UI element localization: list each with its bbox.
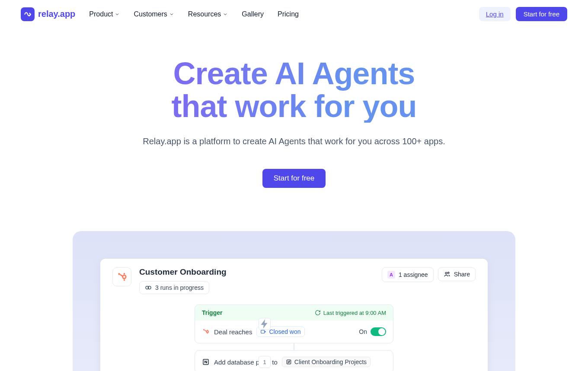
chevron-down-icon	[169, 12, 174, 17]
logo[interactable]: relay.app	[21, 7, 75, 21]
trigger-toggle[interactable]	[371, 327, 386, 336]
deal-reaches-text: Deal reaches	[214, 328, 252, 336]
toggle-label: On	[359, 328, 367, 335]
trigger-row: Trigger Last triggered at 9:00 AM Deal r…	[195, 304, 393, 343]
svg-point-3	[118, 273, 120, 275]
svg-rect-16	[261, 330, 265, 333]
connector-line	[294, 343, 294, 350]
svg-line-13	[205, 330, 207, 331]
demo-header: Customer Onboarding 3 runs in progress A…	[112, 267, 476, 294]
trigger-toggle-wrap: On	[359, 327, 386, 336]
share-text: Share	[454, 271, 470, 278]
svg-point-0	[123, 275, 126, 279]
trigger-time-text: Last triggered at 9:00 AM	[323, 310, 386, 316]
trigger-card[interactable]: Trigger Last triggered at 9:00 AM Deal r…	[195, 304, 393, 343]
assignee-count: 1 assignee	[399, 271, 428, 278]
nav-customers-label: Customers	[134, 10, 167, 18]
svg-point-12	[203, 329, 205, 330]
header-actions: Log in Start for free	[479, 7, 567, 21]
trigger-label: Trigger	[202, 309, 222, 316]
closed-won-text: Closed won	[269, 328, 300, 335]
nav-customers[interactable]: Customers	[134, 10, 174, 18]
logo-icon	[21, 7, 35, 21]
svg-point-2	[124, 279, 125, 281]
runs-in-progress-chip[interactable]: 3 runs in progress	[139, 281, 209, 294]
bolt-icon	[259, 318, 270, 330]
assignee-badge: A	[387, 271, 395, 279]
demo-title-wrap: Customer Onboarding 3 runs in progress	[139, 267, 374, 294]
hubspot-small-icon	[202, 328, 210, 336]
site-header: relay.app Product Customers Resources Ga…	[0, 0, 588, 28]
notion-icon	[202, 358, 210, 366]
login-button[interactable]: Log in	[479, 7, 511, 21]
nav-gallery[interactable]: Gallery	[242, 10, 264, 18]
chevron-down-icon	[115, 12, 120, 17]
main-nav: Product Customers Resources Gallery Pric…	[89, 10, 299, 18]
start-free-hero-button[interactable]: Start for free	[262, 169, 326, 188]
assignee-chip[interactable]: A 1 assignee	[382, 267, 434, 282]
nav-product-label: Product	[89, 10, 113, 18]
refresh-icon	[315, 310, 321, 316]
hero-title-line1: Create AI Agents	[173, 56, 415, 91]
notion-small-icon	[286, 359, 292, 365]
nav-resources-label: Resources	[188, 10, 221, 18]
share-chip[interactable]: Share	[438, 267, 476, 281]
nav-resources[interactable]: Resources	[188, 10, 228, 18]
nav-pricing[interactable]: Pricing	[278, 10, 299, 18]
trigger-body: Deal reaches Closed won On	[195, 320, 393, 343]
demo-title: Customer Onboarding	[139, 267, 374, 277]
trigger-header: Trigger Last triggered at 9:00 AM	[195, 305, 393, 320]
trigger-index-icon	[259, 318, 271, 330]
demo-card: Customer Onboarding 3 runs in progress A…	[100, 259, 488, 371]
svg-point-1	[124, 273, 125, 274]
demo-header-actions: A 1 assignee Share	[382, 267, 476, 282]
people-icon	[444, 271, 451, 278]
demo-container: Customer Onboarding 3 runs in progress A…	[73, 231, 515, 371]
start-free-header-button[interactable]: Start for free	[516, 7, 567, 21]
step1-row: 1 Add database page to Client Onboarding…	[195, 350, 393, 371]
notion-target-text: Client Onboarding Projects	[294, 358, 367, 365]
hero-section: Create AI Agents that work for you Relay…	[0, 28, 588, 205]
svg-line-6	[120, 275, 123, 276]
runs-icon	[145, 284, 152, 291]
notion-target-chip: Client Onboarding Projects	[282, 357, 371, 367]
nav-product[interactable]: Product	[89, 10, 120, 18]
svg-point-10	[447, 272, 449, 273]
hero-title: Create AI Agents that work for you	[9, 57, 579, 123]
nav-pricing-label: Pricing	[278, 10, 299, 18]
hubspot-icon	[112, 267, 131, 286]
svg-point-11	[207, 331, 209, 333]
hero-title-line2: that work for you	[171, 89, 416, 124]
runs-text: 3 runs in progress	[155, 284, 204, 291]
step1-index: 1	[259, 356, 271, 368]
step1-body: Add database page to Client Onboarding P…	[195, 351, 393, 371]
trigger-time: Last triggered at 9:00 AM	[315, 310, 386, 316]
step1-card[interactable]: Add database page to Client Onboarding P…	[195, 350, 393, 371]
nav-gallery-label: Gallery	[242, 10, 264, 18]
chevron-down-icon	[223, 12, 228, 17]
svg-point-9	[445, 273, 447, 274]
hero-subtitle: Relay.app is a platform to create AI Age…	[9, 136, 579, 146]
workflow: Trigger Last triggered at 9:00 AM Deal r…	[112, 304, 476, 371]
logo-text: relay.app	[38, 9, 75, 19]
